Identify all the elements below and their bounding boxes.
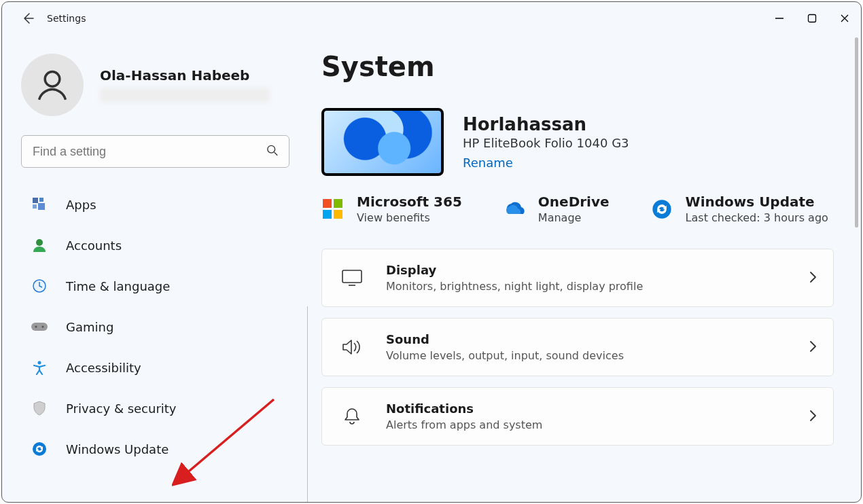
- card-title: Display: [386, 263, 643, 277]
- gamepad-icon: [31, 318, 48, 336]
- user-name: Ola-Hassan Habeeb: [100, 67, 270, 84]
- close-button[interactable]: [828, 2, 861, 35]
- person-icon: [35, 67, 70, 103]
- card-sub: Monitors, brightness, night light, displ…: [386, 280, 643, 293]
- user-email-redacted: [100, 88, 270, 103]
- sidebar-item-label: Windows Update: [66, 442, 169, 456]
- sidebar-nav: Apps Accounts Time & language: [21, 188, 292, 473]
- sidebar-item-label: Apps: [66, 198, 96, 212]
- accounts-icon: [31, 236, 48, 254]
- svg-rect-8: [38, 203, 45, 210]
- window-controls: [763, 2, 861, 35]
- maximize-icon: [807, 14, 817, 23]
- sidebar-item-label: Accessibility: [66, 361, 141, 375]
- card-sub: Volume levels, output, input, sound devi…: [386, 349, 624, 362]
- quick-sub: Manage: [538, 211, 610, 224]
- quick-microsoft-365[interactable]: Microsoft 365 View benefits: [321, 194, 462, 224]
- svg-point-13: [41, 325, 43, 327]
- svg-point-9: [36, 239, 43, 246]
- update-sync-icon: [650, 198, 673, 221]
- svg-rect-5: [33, 198, 38, 203]
- back-arrow-icon: [21, 12, 35, 25]
- svg-point-14: [38, 361, 41, 365]
- svg-rect-17: [334, 199, 342, 208]
- avatar: [21, 54, 84, 116]
- bell-icon: [338, 407, 366, 426]
- sidebar-item-label: Gaming: [66, 320, 113, 334]
- svg-rect-16: [323, 199, 332, 208]
- device-thumbnail: [321, 108, 444, 176]
- sound-icon: [338, 338, 366, 356]
- svg-rect-1: [809, 15, 816, 22]
- chevron-right-icon: [809, 410, 817, 424]
- svg-rect-19: [334, 210, 342, 219]
- card-title: Sound: [386, 332, 624, 346]
- svg-point-3: [268, 145, 275, 153]
- svg-line-4: [275, 152, 278, 156]
- chevron-right-icon: [809, 271, 817, 285]
- clock-globe-icon: [31, 277, 48, 295]
- page-title: System: [321, 51, 834, 82]
- svg-rect-11: [31, 323, 48, 331]
- search-icon: [266, 145, 279, 159]
- title-bar: Settings: [2, 2, 861, 35]
- device-model: HP EliteBook Folio 1040 G3: [463, 136, 629, 150]
- sidebar-item-gaming[interactable]: Gaming: [21, 310, 292, 343]
- card-display[interactable]: Display Monitors, brightness, night ligh…: [321, 249, 834, 307]
- quick-windows-update[interactable]: Windows Update Last checked: 3 hours ago: [650, 194, 828, 224]
- sidebar-item-label: Time & language: [66, 279, 170, 293]
- maximize-button[interactable]: [796, 2, 828, 35]
- sidebar: Ola-Hassan Habeeb Apps: [2, 35, 308, 502]
- window-title: Settings: [47, 13, 86, 24]
- device-name: Horlahassan: [463, 114, 629, 134]
- quick-sub: View benefits: [357, 211, 462, 224]
- quick-title: OneDrive: [538, 194, 610, 210]
- windows-update-icon: [31, 440, 48, 458]
- sidebar-item-accessibility[interactable]: Accessibility: [21, 351, 292, 384]
- minimize-icon: [775, 14, 784, 23]
- sidebar-item-time-language[interactable]: Time & language: [21, 270, 292, 302]
- chevron-right-icon: [809, 340, 817, 355]
- svg-point-2: [45, 72, 60, 87]
- shield-icon: [31, 399, 48, 417]
- quick-links-row: Microsoft 365 View benefits OneDrive Man…: [321, 194, 834, 224]
- main-panel: System Horlahassan HP EliteBook Folio 10…: [308, 35, 861, 502]
- apps-icon: [31, 196, 48, 213]
- sidebar-item-apps[interactable]: Apps: [21, 188, 292, 221]
- onedrive-icon: [503, 198, 526, 221]
- rename-link[interactable]: Rename: [463, 156, 629, 170]
- card-title: Notifications: [386, 401, 542, 416]
- accessibility-icon: [31, 359, 48, 376]
- profile-block[interactable]: Ola-Hassan Habeeb: [21, 54, 292, 116]
- search-box: [21, 135, 289, 168]
- sidebar-item-accounts[interactable]: Accounts: [21, 229, 292, 262]
- search-input[interactable]: [21, 135, 289, 168]
- quick-sub: Last checked: 3 hours ago: [686, 211, 828, 224]
- sidebar-item-label: Privacy & security: [66, 401, 177, 416]
- quick-title: Microsoft 365: [357, 194, 462, 210]
- sidebar-item-windows-update[interactable]: Windows Update: [21, 433, 292, 465]
- scrollbar[interactable]: [855, 37, 858, 228]
- microsoft-logo-icon: [321, 198, 345, 221]
- svg-rect-7: [33, 204, 37, 209]
- quick-title: Windows Update: [686, 194, 828, 210]
- back-button[interactable]: [14, 12, 41, 25]
- svg-point-15: [33, 442, 46, 456]
- sidebar-item-privacy-security[interactable]: Privacy & security: [21, 392, 292, 425]
- sidebar-item-label: Accounts: [66, 238, 122, 253]
- svg-rect-18: [323, 210, 332, 219]
- svg-rect-21: [342, 270, 362, 283]
- svg-rect-6: [39, 198, 43, 202]
- card-notifications[interactable]: Notifications Alerts from apps and syste…: [321, 387, 834, 446]
- svg-point-12: [35, 325, 37, 327]
- svg-point-20: [652, 200, 671, 218]
- minimize-button[interactable]: [763, 2, 796, 35]
- device-block: Horlahassan HP EliteBook Folio 1040 G3 R…: [321, 108, 834, 176]
- close-icon: [840, 14, 849, 23]
- card-sub: Alerts from apps and system: [386, 418, 542, 431]
- display-icon: [338, 270, 366, 286]
- quick-onedrive[interactable]: OneDrive Manage: [503, 194, 610, 224]
- card-sound[interactable]: Sound Volume levels, output, input, soun…: [321, 318, 834, 376]
